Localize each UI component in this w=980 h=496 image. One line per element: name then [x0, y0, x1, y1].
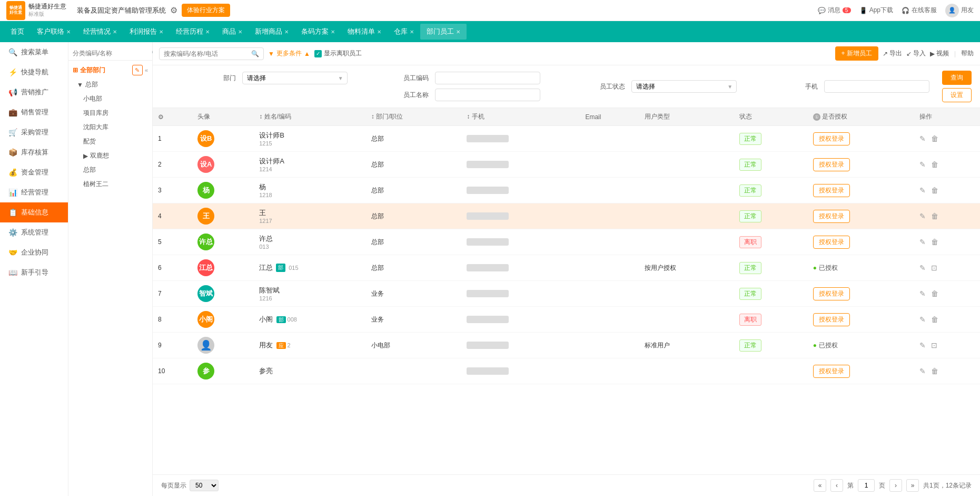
user-area[interactable]: 👤 用友	[945, 4, 974, 17]
auth-login-btn[interactable]: 授权登录	[813, 313, 850, 326]
next-page-btn[interactable]: ›	[889, 479, 902, 492]
trial-btn[interactable]: 体验行业方案	[182, 4, 230, 17]
edit-icon[interactable]: ✎	[919, 134, 926, 143]
sidebar-item-sales[interactable]: 💼 销售管理	[0, 102, 68, 122]
emp-code-input[interactable]	[435, 72, 540, 84]
sidebar-item-guide[interactable]: 📖 新手引导	[0, 262, 68, 283]
edit-icon[interactable]: ✎	[919, 341, 926, 349]
close-icon[interactable]: ✕	[159, 29, 163, 35]
sidebar-item-inventory[interactable]: 📦 库存核算	[0, 142, 68, 162]
sidebar-item-finance[interactable]: 💰 资金管理	[0, 162, 68, 182]
th-settings[interactable]: ⚙	[153, 108, 192, 126]
tab-customer[interactable]: 客户联络 ✕	[31, 24, 77, 40]
dept-filter-select[interactable]: 请选择 ▼	[242, 72, 348, 84]
sidebar-item-shortcut[interactable]: ⚡ 快捷导航	[0, 62, 68, 82]
sidebar-item-operation[interactable]: 📊 经营管理	[0, 182, 68, 202]
close-icon[interactable]: ✕	[66, 29, 71, 35]
delete-icon[interactable]: 🗑	[931, 315, 938, 324]
auth-login-btn[interactable]: 授权登录	[813, 210, 850, 223]
dept-node-xiaodibu[interactable]: 小电部	[79, 92, 152, 106]
import-btn[interactable]: ↙ 导入	[906, 49, 926, 58]
edit-icon[interactable]: ✎	[919, 212, 926, 220]
close-icon[interactable]: ✕	[205, 29, 210, 35]
edit-icon[interactable]: ✎	[919, 315, 926, 324]
phone-input[interactable]	[824, 80, 929, 93]
edit-icon[interactable]: ✎	[919, 367, 926, 375]
show-resigned-area[interactable]: ✓ 显示离职员工	[314, 49, 362, 58]
auth-login-btn[interactable]: 授权登录	[813, 287, 850, 300]
settings-gear-icon[interactable]: ⚙	[170, 5, 177, 15]
tab-history[interactable]: 经营历程 ✕	[170, 24, 216, 40]
emp-status-select-input[interactable]: 请选择	[631, 80, 737, 93]
sidebar-item-collab[interactable]: 🤝 企业协同	[0, 242, 68, 262]
sidebar-item-purchase[interactable]: 🛒 采购管理	[0, 122, 68, 142]
message-btn[interactable]: 💬 消息 5	[818, 6, 851, 15]
sidebar-item-search[interactable]: 🔍 搜索菜单	[0, 42, 68, 62]
export-btn[interactable]: ↗ 导出	[883, 49, 902, 58]
help-btn[interactable]: 帮助	[961, 49, 974, 58]
dept-node-zhishu[interactable]: 植树王二	[79, 177, 152, 191]
dept-all-btn[interactable]: ⊞ 全部部门	[73, 66, 105, 75]
close-icon[interactable]: ✕	[410, 29, 414, 35]
sidebar-item-system[interactable]: ⚙️ 系统管理	[0, 222, 68, 242]
delete-icon[interactable]: 🗑	[931, 134, 938, 143]
more-filter-btn[interactable]: ▼ 更多条件 ▲	[268, 49, 310, 58]
close-icon[interactable]: ✕	[377, 29, 381, 35]
query-btn[interactable]: 查询	[942, 71, 972, 85]
emp-status-select[interactable]: 请选择 ▼	[631, 80, 737, 93]
delete-icon[interactable]: 🗑	[931, 238, 938, 246]
tab-warehouse[interactable]: 仓库 ✕	[388, 24, 420, 40]
close-icon[interactable]: ✕	[238, 29, 242, 35]
current-page-input[interactable]	[858, 479, 875, 492]
close-icon[interactable]: ✕	[284, 29, 289, 35]
delete-icon[interactable]: 🗑	[931, 186, 938, 194]
dept-node-shenyang[interactable]: 沈阳大库	[79, 120, 152, 134]
delete-icon[interactable]: ⊡	[931, 341, 937, 349]
auth-login-btn[interactable]: 授权登录	[813, 236, 850, 249]
emp-name-input[interactable]	[435, 89, 540, 101]
dept-search-input[interactable]	[73, 50, 152, 57]
sidebar-item-marketing[interactable]: 📢 营销推广	[0, 82, 68, 102]
edit-icon[interactable]: ✎	[919, 238, 926, 246]
delete-icon[interactable]: ⊡	[931, 264, 937, 272]
edit-icon[interactable]: ✎	[919, 289, 926, 298]
app-download-btn[interactable]: 📱 App下载	[859, 6, 893, 15]
auth-login-btn[interactable]: 授权登录	[813, 158, 850, 171]
tab-new-goods[interactable]: 新增商品 ✕	[249, 24, 295, 40]
tab-goods[interactable]: 商品 ✕	[216, 24, 249, 40]
service-btn[interactable]: 🎧 在线客服	[902, 6, 937, 15]
search-input[interactable]	[164, 50, 248, 57]
sidebar-item-basic[interactable]: 📋 基础信息	[0, 202, 68, 222]
delete-icon[interactable]: 🗑	[931, 212, 938, 220]
dept-collapse-btn[interactable]: «	[145, 67, 148, 73]
last-page-btn[interactable]: »	[906, 479, 919, 492]
close-icon[interactable]: ✕	[113, 29, 117, 35]
delete-icon[interactable]: 🗑	[931, 160, 938, 169]
dept-node-zongbu[interactable]: ▼ 总部	[73, 77, 152, 92]
dept-edit-icon[interactable]: ✎	[132, 65, 143, 75]
dept-node-shuanglu[interactable]: ▶ 双鹿想	[79, 149, 152, 163]
dept-node-zongbu2[interactable]: 总部	[79, 163, 152, 177]
close-icon[interactable]: ✕	[331, 29, 335, 35]
dept-node-peihuo[interactable]: 配货	[79, 134, 152, 149]
auth-login-btn[interactable]: 授权登录	[813, 184, 850, 197]
per-page-select[interactable]: 50 100	[190, 480, 219, 491]
tab-profit[interactable]: 利润报告 ✕	[123, 24, 170, 40]
tab-employee[interactable]: 部门员工 ✕	[420, 24, 467, 40]
edit-icon[interactable]: ✎	[919, 264, 926, 272]
th-dept[interactable]: ↕ 部门/职位	[366, 108, 462, 126]
tab-operation[interactable]: 经营情况 ✕	[77, 24, 123, 40]
th-phone[interactable]: ↕ 手机	[461, 108, 580, 126]
dept-node-xiangmu[interactable]: 项目库房	[79, 106, 152, 120]
tab-home[interactable]: 首页	[4, 24, 31, 40]
auth-login-btn[interactable]: 授权登录	[813, 365, 850, 378]
delete-icon[interactable]: 🗑	[931, 289, 938, 298]
prev-page-btn[interactable]: ‹	[830, 479, 843, 492]
delete-icon[interactable]: 🗑	[931, 367, 938, 375]
tab-barcode[interactable]: 条码方案 ✕	[295, 24, 341, 40]
add-employee-btn[interactable]: + 新增员工	[835, 46, 878, 61]
first-page-btn[interactable]: «	[814, 479, 826, 492]
edit-icon[interactable]: ✎	[919, 160, 926, 169]
reset-btn[interactable]: 设置	[942, 88, 972, 102]
close-icon[interactable]: ✕	[456, 29, 460, 35]
